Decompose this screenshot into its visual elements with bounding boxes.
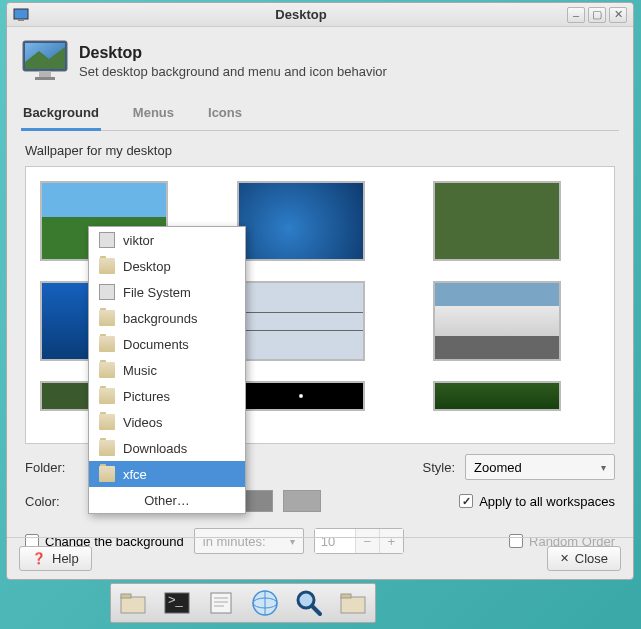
- wallpaper-thumb[interactable]: [433, 181, 561, 261]
- window-title: Desktop: [35, 7, 567, 22]
- color-swatch[interactable]: [283, 490, 321, 512]
- svg-rect-8: [121, 594, 131, 598]
- taskbar-filemanager[interactable]: [117, 588, 149, 618]
- help-icon: ❓: [32, 552, 46, 565]
- page-subtitle: Set desktop background and menu and icon…: [79, 64, 387, 79]
- folder-icon: [99, 440, 115, 456]
- apply-all-checkbox[interactable]: [459, 494, 473, 508]
- style-value: Zoomed: [474, 460, 522, 475]
- wallpaper-thumb[interactable]: [237, 281, 365, 361]
- drive-icon: [99, 284, 115, 300]
- tabs: Background Menus Icons: [21, 95, 619, 131]
- dropdown-item-other[interactable]: Other…: [89, 487, 245, 513]
- taskbar: >_: [110, 583, 376, 623]
- dropdown-item-viktor[interactable]: viktor: [89, 227, 245, 253]
- dropdown-item-xfce[interactable]: xfce: [89, 461, 245, 487]
- folder-icon: [99, 258, 115, 274]
- svg-rect-1: [18, 19, 24, 21]
- folder-icon: [99, 310, 115, 326]
- folder-icon: [99, 388, 115, 404]
- minimize-button[interactable]: –: [567, 7, 585, 23]
- home-icon: [99, 232, 115, 248]
- dropdown-item-documents[interactable]: Documents: [89, 331, 245, 357]
- folder-icon: [99, 414, 115, 430]
- chevron-down-icon: ▾: [601, 462, 606, 473]
- dropdown-item-desktop[interactable]: Desktop: [89, 253, 245, 279]
- header: Desktop Set desktop background and menu …: [7, 27, 633, 95]
- wallpaper-thumb[interactable]: [433, 281, 561, 361]
- dropdown-item-downloads[interactable]: Downloads: [89, 435, 245, 461]
- wallpaper-thumb[interactable]: [433, 381, 561, 411]
- taskbar-browser[interactable]: [249, 588, 281, 618]
- folder-icon: [99, 362, 115, 378]
- dropdown-item-pictures[interactable]: Pictures: [89, 383, 245, 409]
- apply-all-label: Apply to all workspaces: [479, 494, 615, 509]
- svg-rect-7: [121, 597, 145, 613]
- folder-icon: [99, 336, 115, 352]
- svg-rect-6: [35, 77, 55, 80]
- close-icon: ✕: [560, 552, 569, 565]
- color-label: Color:: [25, 494, 75, 509]
- wallpaper-thumb[interactable]: [237, 381, 365, 411]
- folder-dropdown: viktor Desktop File System backgrounds D…: [88, 226, 246, 514]
- folder-label: Folder:: [25, 460, 75, 475]
- dropdown-item-backgrounds[interactable]: backgrounds: [89, 305, 245, 331]
- titlebar[interactable]: Desktop – ▢ ✕: [7, 3, 633, 27]
- svg-line-19: [312, 606, 320, 614]
- svg-rect-20: [341, 597, 365, 613]
- svg-rect-5: [39, 71, 51, 77]
- maximize-button[interactable]: ▢: [588, 7, 606, 23]
- app-icon: [13, 7, 29, 23]
- style-combo[interactable]: Zoomed ▾: [465, 454, 615, 480]
- svg-rect-0: [14, 9, 28, 19]
- footer: ❓ Help ✕ Close: [7, 537, 633, 579]
- svg-rect-11: [211, 593, 231, 613]
- taskbar-editor[interactable]: [205, 588, 237, 618]
- dropdown-item-filesystem[interactable]: File System: [89, 279, 245, 305]
- taskbar-folder[interactable]: [337, 588, 369, 618]
- tab-background[interactable]: Background: [21, 99, 101, 131]
- tab-icons[interactable]: Icons: [206, 99, 244, 130]
- wallpaper-thumb[interactable]: [237, 181, 365, 261]
- folder-icon: [99, 466, 115, 482]
- close-window-button[interactable]: ✕: [609, 7, 627, 23]
- dropdown-item-videos[interactable]: Videos: [89, 409, 245, 435]
- taskbar-terminal[interactable]: >_: [161, 588, 193, 618]
- monitor-icon: [21, 37, 69, 85]
- svg-rect-21: [341, 594, 351, 598]
- wallpaper-label: Wallpaper for my desktop: [25, 143, 615, 158]
- dropdown-item-music[interactable]: Music: [89, 357, 245, 383]
- close-button[interactable]: ✕ Close: [547, 546, 621, 571]
- svg-text:>_: >_: [168, 592, 184, 607]
- help-button[interactable]: ❓ Help: [19, 546, 92, 571]
- tab-menus[interactable]: Menus: [131, 99, 176, 130]
- style-label: Style:: [422, 460, 455, 475]
- taskbar-search[interactable]: [293, 588, 325, 618]
- page-title: Desktop: [79, 44, 387, 62]
